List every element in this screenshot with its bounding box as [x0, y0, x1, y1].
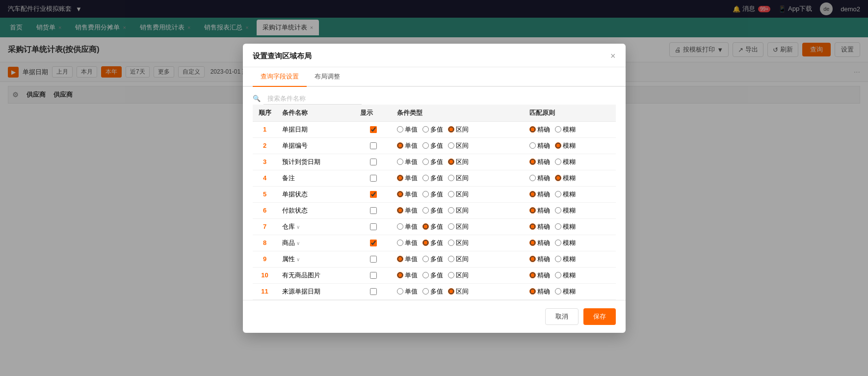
type-radio-item[interactable]: 多值 — [422, 141, 443, 150]
row-name: 属性 ∨ — [277, 251, 355, 267]
match-radio-item[interactable]: 精确 — [529, 174, 550, 183]
match-radio-item[interactable]: 精确 — [529, 271, 550, 280]
type-radio-item[interactable]: 多值 — [422, 287, 443, 296]
row-display — [355, 202, 392, 218]
row-order: 5 — [253, 186, 277, 202]
type-radio-item[interactable]: 单值 — [397, 125, 418, 134]
match-radio-item[interactable]: 模糊 — [555, 239, 576, 247]
row-display — [355, 121, 392, 137]
type-radio-item[interactable]: 区间 — [448, 158, 469, 166]
match-radio-item[interactable]: 模糊 — [555, 255, 576, 264]
row-match: 精确模糊 — [525, 186, 616, 202]
match-radio-item[interactable]: 模糊 — [555, 190, 576, 199]
type-radio-item[interactable]: 单值 — [397, 206, 418, 215]
type-radio-item[interactable]: 区间 — [448, 271, 469, 280]
type-radio-item[interactable]: 单值 — [397, 271, 418, 280]
display-checkbox[interactable] — [370, 240, 377, 246]
display-checkbox[interactable] — [370, 272, 377, 279]
match-radio-item[interactable]: 精确 — [529, 287, 550, 296]
type-radio-item[interactable]: 单值 — [397, 239, 418, 247]
table-row: 4备注单值多值区间精确模糊 — [253, 170, 616, 186]
type-radio-item[interactable]: 多值 — [422, 158, 443, 166]
row-order: 4 — [253, 170, 277, 186]
type-radio-item[interactable]: 单值 — [397, 255, 418, 264]
type-radio-item[interactable]: 区间 — [448, 255, 469, 264]
type-radio-item[interactable]: 单值 — [397, 174, 418, 183]
cancel-button[interactable]: 取消 — [545, 308, 579, 325]
match-radio-item[interactable]: 模糊 — [555, 174, 576, 183]
match-radio-item[interactable]: 模糊 — [555, 158, 576, 166]
display-checkbox[interactable] — [370, 126, 377, 133]
type-radio-item[interactable]: 多值 — [422, 271, 443, 280]
match-radio-item[interactable]: 精确 — [529, 125, 550, 134]
row-match: 精确模糊 — [525, 235, 616, 251]
type-radio-item[interactable]: 单值 — [397, 158, 418, 166]
match-radio-item[interactable]: 精确 — [529, 158, 550, 166]
type-radio-item[interactable]: 区间 — [448, 206, 469, 215]
row-order: 9 — [253, 251, 277, 267]
type-radio-item[interactable]: 单值 — [397, 287, 418, 296]
table-row: 5单据状态单值多值区间精确模糊 — [253, 186, 616, 202]
match-radio-item[interactable]: 模糊 — [555, 222, 576, 231]
match-radio-item[interactable]: 精确 — [529, 222, 550, 231]
type-radio-item[interactable]: 区间 — [448, 239, 469, 247]
save-button[interactable]: 保存 — [583, 308, 616, 325]
table-row: 8商品 ∨单值多值区间精确模糊 — [253, 235, 616, 251]
type-radio-item[interactable]: 多值 — [422, 222, 443, 231]
match-radio-item[interactable]: 模糊 — [555, 287, 576, 296]
modal-search-area: 🔍 — [243, 87, 626, 105]
match-radio-item[interactable]: 模糊 — [555, 271, 576, 280]
type-radio-item[interactable]: 区间 — [448, 287, 469, 296]
type-radio-item[interactable]: 单值 — [397, 222, 418, 231]
match-radio-item[interactable]: 模糊 — [555, 125, 576, 134]
tab-query-fields[interactable]: 查询字段设置 — [253, 67, 307, 87]
type-radio-item[interactable]: 区间 — [448, 190, 469, 199]
display-checkbox[interactable] — [370, 191, 377, 198]
modal-footer: 取消 保存 — [243, 300, 626, 333]
type-radio-item[interactable]: 区间 — [448, 222, 469, 231]
match-radio-item[interactable]: 精确 — [529, 206, 550, 215]
display-checkbox[interactable] — [370, 159, 377, 165]
row-type: 单值多值区间 — [392, 251, 525, 267]
display-checkbox[interactable] — [370, 223, 377, 230]
type-radio-item[interactable]: 多值 — [422, 239, 443, 247]
tab-layout-adjust[interactable]: 布局调整 — [307, 67, 348, 87]
match-radio-item[interactable]: 模糊 — [555, 141, 576, 150]
th-type: 条件类型 — [392, 105, 525, 122]
type-radio-item[interactable]: 多值 — [422, 125, 443, 134]
row-type: 单值多值区间 — [392, 267, 525, 283]
type-radio-item[interactable]: 多值 — [422, 190, 443, 199]
display-checkbox[interactable] — [370, 175, 377, 182]
modal-header: 设置查询区域布局 × — [243, 44, 626, 67]
row-type: 单值多值区间 — [392, 235, 525, 251]
search-input[interactable] — [263, 93, 362, 105]
display-checkbox[interactable] — [370, 207, 377, 214]
type-radio-item[interactable]: 多值 — [422, 255, 443, 264]
row-display — [355, 218, 392, 235]
display-checkbox[interactable] — [370, 142, 377, 149]
match-radio-item[interactable]: 精确 — [529, 141, 550, 150]
row-name: 预计到货日期 — [277, 154, 355, 170]
match-radio-item[interactable]: 精确 — [529, 190, 550, 199]
type-radio-item[interactable]: 区间 — [448, 174, 469, 183]
type-radio-item[interactable]: 区间 — [448, 125, 469, 134]
settings-modal: 设置查询区域布局 × 查询字段设置 布局调整 🔍 顺序 条件名称 显示 条件类型 — [243, 44, 626, 333]
search-icon: 🔍 — [253, 95, 261, 102]
row-name: 商品 ∨ — [277, 235, 355, 251]
match-radio-item[interactable]: 模糊 — [555, 206, 576, 215]
row-order: 8 — [253, 235, 277, 251]
conditions-table: 顺序 条件名称 显示 条件类型 匹配原则 1单据日期单值多值区间精确模糊2单据编… — [253, 105, 616, 300]
row-match: 精确模糊 — [525, 283, 616, 299]
match-radio-item[interactable]: 精确 — [529, 239, 550, 247]
type-radio-item[interactable]: 多值 — [422, 206, 443, 215]
display-checkbox[interactable] — [370, 256, 377, 263]
modal-close-button[interactable]: × — [610, 52, 616, 60]
type-radio-item[interactable]: 单值 — [397, 190, 418, 199]
match-radio-item[interactable]: 精确 — [529, 255, 550, 264]
type-radio-item[interactable]: 区间 — [448, 141, 469, 150]
modal-tabs: 查询字段设置 布局调整 — [243, 67, 626, 87]
row-type: 单值多值区间 — [392, 218, 525, 235]
display-checkbox[interactable] — [370, 288, 377, 295]
type-radio-item[interactable]: 单值 — [397, 141, 418, 150]
type-radio-item[interactable]: 多值 — [422, 174, 443, 183]
